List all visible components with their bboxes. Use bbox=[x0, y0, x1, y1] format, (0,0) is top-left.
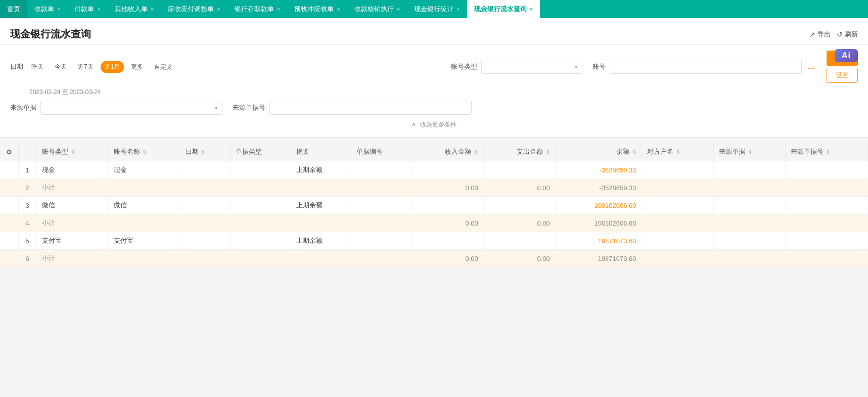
nav-bar: 首页 收款单 × 付款单 × 其他收入单 × 应收应付调整单 × 银行存取款单 … bbox=[0, 0, 868, 18]
account-type-label: 账号类型 bbox=[451, 62, 477, 71]
nav-other-income-label: 其他收入单 bbox=[115, 5, 148, 14]
nav-prepay[interactable]: 预收冲应收单 × bbox=[287, 0, 347, 18]
refresh-label: 刷新 bbox=[845, 30, 858, 39]
date-btn-1month[interactable]: 近1月 bbox=[101, 61, 124, 73]
filter-area: 日期 昨天 今天 近7天 近1月 更多 自定义 账号类型 ▾ 账号 ... 查询 bbox=[0, 45, 868, 138]
col-idx bbox=[18, 143, 36, 161]
nav-other-income[interactable]: 其他收入单 × bbox=[108, 0, 161, 18]
nav-bank-flow-close[interactable]: × bbox=[530, 6, 533, 12]
col-source-doc[interactable]: 来源单据 ⇅ bbox=[713, 143, 785, 161]
date-btn-more[interactable]: 更多 bbox=[127, 61, 147, 73]
table-row[interactable]: 1现金现金上期余额-3528659.33 bbox=[0, 161, 868, 179]
sort-icon-source-doc: ⇅ bbox=[748, 149, 752, 155]
nav-ar-ap-adjust[interactable]: 应收应付调整单 × bbox=[161, 0, 227, 18]
col-source-doc-num[interactable]: 来源单据号 ⇅ bbox=[785, 143, 867, 161]
chevron-down-icon2: ▾ bbox=[215, 105, 218, 111]
export-button[interactable]: ↗ 导出 bbox=[809, 30, 831, 39]
chevron-down-icon: ▾ bbox=[575, 64, 578, 70]
col-expense[interactable]: 支出金额 ⇅ bbox=[483, 143, 555, 161]
sort-icon-balance: ⇅ bbox=[632, 149, 636, 155]
account-filter: 账号 ... bbox=[592, 60, 816, 74]
col-account-type[interactable]: 账号类型 ⇅ bbox=[36, 143, 108, 161]
nav-payments-close[interactable]: × bbox=[97, 6, 100, 12]
nav-receipts-close[interactable]: × bbox=[57, 6, 60, 12]
nav-receipts[interactable]: 收款单 × bbox=[27, 0, 67, 18]
date-label: 日期 bbox=[10, 62, 23, 71]
nav-prepay-label: 预收冲应收单 bbox=[294, 5, 334, 14]
date-btn-custom[interactable]: 自定义 bbox=[150, 61, 176, 73]
chevron-up-icon: ∧ bbox=[412, 121, 416, 128]
nav-payments-label: 付款单 bbox=[74, 5, 94, 14]
nav-prepay-close[interactable]: × bbox=[337, 6, 340, 12]
source-doc-filter: 来源单据 ▾ bbox=[10, 101, 222, 115]
account-type-select[interactable]: ▾ bbox=[481, 60, 582, 74]
data-table: ⚙ 账号类型 ⇅ 账号名称 ⇅ 日期 ⇅ 单据类型 摘要 单据编号 收入金额 ⇅… bbox=[0, 143, 868, 268]
settings-button[interactable]: 设置 bbox=[827, 68, 858, 83]
col-gear[interactable]: ⚙ bbox=[0, 143, 18, 161]
source-doc-num-input[interactable] bbox=[269, 101, 472, 115]
table-row[interactable]: 4小计0.000.00100102606.60 bbox=[0, 214, 868, 232]
nav-home[interactable]: 首页 bbox=[0, 0, 27, 18]
account-input[interactable] bbox=[610, 60, 802, 74]
col-income[interactable]: 收入金额 ⇅ bbox=[412, 143, 483, 161]
table-header-row: ⚙ 账号类型 ⇅ 账号名称 ⇅ 日期 ⇅ 单据类型 摘要 单据编号 收入金额 ⇅… bbox=[0, 143, 868, 161]
nav-bank-deposit-close[interactable]: × bbox=[277, 6, 280, 12]
nav-payments[interactable]: 付款单 × bbox=[67, 0, 107, 18]
col-doc-type: 单据类型 bbox=[230, 143, 291, 161]
col-summary: 摘要 bbox=[291, 143, 351, 161]
sort-icon-expense: ⇅ bbox=[546, 149, 550, 155]
nav-ar-ap-adjust-close[interactable]: × bbox=[217, 6, 220, 12]
sort-icon-counterparty: ⇅ bbox=[676, 149, 680, 155]
date-btn-yesterday[interactable]: 昨天 bbox=[27, 61, 48, 73]
refresh-button[interactable]: ↺ 刷新 bbox=[837, 30, 858, 39]
col-account-name[interactable]: 账号名称 ⇅ bbox=[108, 143, 180, 161]
sort-icon-account-type: ⇅ bbox=[71, 149, 75, 155]
nav-bank-deposit[interactable]: 银行存取款单 × bbox=[227, 0, 287, 18]
nav-collection-label: 收款核销执行 bbox=[354, 5, 394, 14]
nav-collection-close[interactable]: × bbox=[397, 6, 400, 12]
account-dots-button[interactable]: ... bbox=[806, 62, 816, 71]
table-row[interactable]: 5支付宝支付宝上期余额19871073.60 bbox=[0, 232, 868, 250]
header-actions: ↗ 导出 ↺ 刷新 bbox=[809, 30, 858, 39]
nav-ar-ap-adjust-label: 应收应付调整单 bbox=[168, 5, 214, 14]
nav-bank-flow[interactable]: 现金银行流水查询 × bbox=[467, 0, 540, 18]
filter-row-1: 日期 昨天 今天 近7天 近1月 更多 自定义 账号类型 ▾ 账号 ... 查询 bbox=[10, 51, 858, 83]
col-date[interactable]: 日期 ⇅ bbox=[180, 143, 230, 161]
col-balance[interactable]: 余额 ⇅ bbox=[555, 143, 642, 161]
date-btn-today[interactable]: 今天 bbox=[51, 61, 71, 73]
nav-bank-stats-label: 现金银行统计 bbox=[414, 5, 453, 14]
sort-icon-date: ⇅ bbox=[201, 149, 205, 155]
sort-icon-income: ⇅ bbox=[474, 149, 478, 155]
filter-row-2: 来源单据 ▾ 来源单据号 bbox=[10, 101, 858, 115]
nav-bank-stats[interactable]: 现金银行统计 × bbox=[407, 0, 467, 18]
nav-home-label: 首页 bbox=[7, 5, 20, 14]
col-doc-num: 单据编号 bbox=[351, 143, 412, 161]
sort-icon-account-name: ⇅ bbox=[143, 149, 147, 155]
page-title: 现金银行流水查询 bbox=[10, 27, 91, 41]
nav-other-income-close[interactable]: × bbox=[151, 6, 154, 12]
account-label: 账号 bbox=[592, 62, 606, 71]
date-range-display: 2023-02-24 至 2023-03-24 bbox=[29, 89, 101, 96]
ai-badge[interactable]: Ai bbox=[835, 49, 858, 62]
collapse-label: 收起更多条件 bbox=[420, 121, 456, 128]
date-btn-7days[interactable]: 近7天 bbox=[74, 61, 98, 73]
nav-collection[interactable]: 收款核销执行 × bbox=[347, 0, 407, 18]
table-row[interactable]: 6小计0.000.0019871073.60 bbox=[0, 250, 868, 268]
table-row[interactable]: 2小计0.000.00-3528659.33 bbox=[0, 179, 868, 197]
page-header: 现金银行流水查询 ↗ 导出 ↺ 刷新 bbox=[0, 18, 868, 45]
source-doc-label: 来源单据 bbox=[10, 103, 36, 112]
date-options: 昨天 今天 近7天 近1月 更多 自定义 bbox=[27, 61, 176, 73]
export-icon: ↗ bbox=[809, 30, 815, 38]
sort-icon-source-doc-num: ⇅ bbox=[826, 149, 830, 155]
refresh-icon: ↺ bbox=[837, 30, 843, 38]
source-doc-num-label: 来源单据号 bbox=[233, 103, 265, 112]
table-row[interactable]: 3微信微信上期余额100102606.60 bbox=[0, 197, 868, 214]
nav-bank-flow-label: 现金银行流水查询 bbox=[474, 5, 527, 14]
nav-bank-deposit-label: 银行存取款单 bbox=[235, 5, 274, 14]
source-doc-num-filter: 来源单据号 bbox=[233, 101, 472, 115]
source-doc-select[interactable]: ▾ bbox=[40, 101, 222, 115]
nav-bank-stats-close[interactable]: × bbox=[456, 6, 460, 12]
col-counterparty[interactable]: 对方户名 ⇅ bbox=[642, 143, 713, 161]
collapse-bar[interactable]: ∧ 收起更多条件 bbox=[10, 118, 858, 131]
table-container: ⚙ 账号类型 ⇅ 账号名称 ⇅ 日期 ⇅ 单据类型 摘要 单据编号 收入金额 ⇅… bbox=[0, 143, 868, 268]
